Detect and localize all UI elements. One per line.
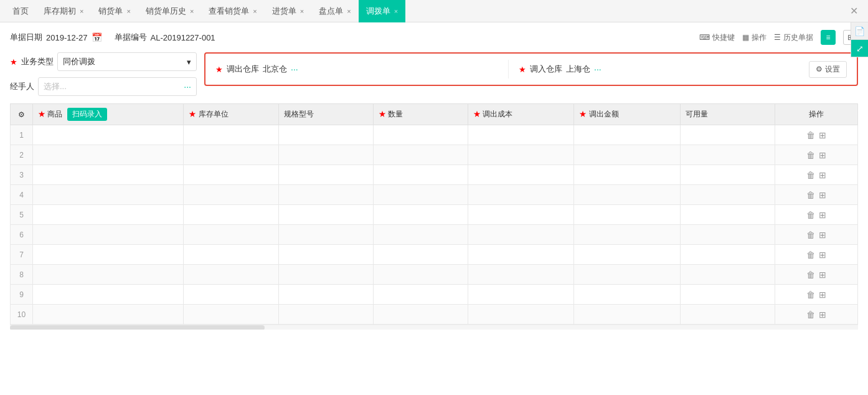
cell-product[interactable]	[33, 185, 184, 205]
delete-icon[interactable]: 🗑	[806, 130, 815, 140]
tab-sales-order[interactable]: 销货单 ×	[91, 0, 138, 22]
cell-available[interactable]	[681, 285, 775, 305]
copy-icon[interactable]: ⊞	[819, 230, 826, 240]
cell-unit[interactable]	[184, 145, 279, 165]
operations-button[interactable]: ▦ 操作	[742, 32, 767, 43]
tab-home[interactable]: 首页	[5, 0, 36, 22]
cell-available[interactable]	[681, 225, 775, 245]
list-view-button[interactable]: ≡	[821, 30, 836, 45]
delete-icon[interactable]: 🗑	[806, 250, 815, 260]
cell-amount[interactable]	[574, 305, 681, 325]
cell-available[interactable]	[681, 185, 775, 205]
close-tab-sales-history[interactable]: ×	[190, 7, 194, 15]
cell-amount[interactable]	[574, 205, 681, 225]
cell-spec[interactable]	[278, 145, 373, 165]
cell-available[interactable]	[681, 125, 775, 145]
close-tab-transfer-order[interactable]: ×	[394, 7, 398, 15]
calendar-icon[interactable]: 📅	[92, 32, 102, 42]
cell-cost[interactable]	[468, 145, 574, 165]
cell-unit[interactable]	[184, 265, 279, 285]
cell-cost[interactable]	[468, 245, 574, 265]
cell-product[interactable]	[33, 225, 184, 245]
scroll-bar[interactable]	[10, 325, 858, 330]
cell-available[interactable]	[681, 265, 775, 285]
cell-available[interactable]	[681, 145, 775, 165]
cell-unit[interactable]	[184, 225, 279, 245]
cell-product[interactable]	[33, 205, 184, 225]
cell-amount[interactable]	[574, 125, 681, 145]
copy-icon[interactable]: ⊞	[819, 150, 826, 160]
cell-spec[interactable]	[278, 265, 373, 285]
cell-product[interactable]	[33, 165, 184, 185]
cell-spec[interactable]	[278, 225, 373, 245]
cell-product[interactable]	[33, 145, 184, 165]
copy-icon[interactable]: ⊞	[819, 210, 826, 220]
delete-icon[interactable]: 🗑	[806, 310, 815, 320]
tab-view-sales[interactable]: 查看销货单 ×	[201, 0, 264, 22]
cell-qty[interactable]	[373, 165, 468, 185]
tab-inventory-init[interactable]: 库存期初 ×	[36, 0, 91, 22]
cell-qty[interactable]	[373, 185, 468, 205]
handler-dots[interactable]: ···	[184, 82, 191, 92]
copy-icon[interactable]: ⊞	[819, 190, 826, 200]
cell-spec[interactable]	[278, 125, 373, 145]
cell-cost[interactable]	[468, 185, 574, 205]
cell-qty[interactable]	[373, 125, 468, 145]
cell-amount[interactable]	[574, 165, 681, 185]
close-all-tabs[interactable]: ✕	[845, 5, 863, 17]
cell-available[interactable]	[681, 245, 775, 265]
cell-unit[interactable]	[184, 285, 279, 305]
cell-available[interactable]	[681, 305, 775, 325]
cell-qty[interactable]	[373, 205, 468, 225]
copy-icon[interactable]: ⊞	[819, 250, 826, 260]
close-tab-sales-order[interactable]: ×	[126, 7, 130, 15]
delete-icon[interactable]: 🗑	[806, 170, 815, 180]
copy-icon[interactable]: ⊞	[819, 290, 826, 300]
tab-transfer-order[interactable]: 调拨单 ×	[359, 0, 405, 22]
cell-unit[interactable]	[184, 165, 279, 185]
rt-expand-button[interactable]: ⤢	[851, 40, 869, 57]
cell-amount[interactable]	[574, 225, 681, 245]
cell-available[interactable]	[681, 165, 775, 185]
copy-icon[interactable]: ⊞	[819, 130, 826, 140]
cell-cost[interactable]	[468, 225, 574, 245]
handler-select[interactable]: 选择... ···	[38, 77, 197, 96]
th-gear[interactable]: ⚙	[11, 104, 33, 125]
cell-qty[interactable]	[373, 305, 468, 325]
cell-unit[interactable]	[184, 305, 279, 325]
cell-amount[interactable]	[574, 245, 681, 265]
copy-icon[interactable]: ⊞	[819, 270, 826, 280]
delete-icon[interactable]: 🗑	[806, 190, 815, 200]
cell-spec[interactable]	[278, 305, 373, 325]
cell-cost[interactable]	[468, 125, 574, 145]
cell-qty[interactable]	[373, 145, 468, 165]
tab-inventory-check[interactable]: 盘点单 ×	[311, 0, 358, 22]
business-type-select[interactable]: 同价调拨 ▾	[57, 52, 197, 71]
cell-spec[interactable]	[278, 285, 373, 305]
cell-cost[interactable]	[468, 305, 574, 325]
cell-spec[interactable]	[278, 245, 373, 265]
cell-spec[interactable]	[278, 185, 373, 205]
close-tab-inventory-init[interactable]: ×	[80, 7, 83, 15]
cell-unit[interactable]	[184, 245, 279, 265]
cell-product[interactable]	[33, 285, 184, 305]
settings-button[interactable]: ⚙ 设置	[809, 61, 847, 78]
cell-product[interactable]	[33, 305, 184, 325]
cell-product[interactable]	[33, 125, 184, 145]
cell-cost[interactable]	[468, 205, 574, 225]
cell-unit[interactable]	[184, 125, 279, 145]
delete-icon[interactable]: 🗑	[806, 210, 815, 220]
cell-product[interactable]	[33, 265, 184, 285]
cell-spec[interactable]	[278, 205, 373, 225]
scan-button[interactable]: 扫码录入	[67, 108, 107, 121]
cell-available[interactable]	[681, 205, 775, 225]
cell-product[interactable]	[33, 245, 184, 265]
cell-amount[interactable]	[574, 265, 681, 285]
cell-amount[interactable]	[574, 145, 681, 165]
close-tab-view-sales[interactable]: ×	[253, 7, 257, 15]
cell-qty[interactable]	[373, 225, 468, 245]
close-tab-inventory-check[interactable]: ×	[347, 7, 351, 15]
cell-spec[interactable]	[278, 165, 373, 185]
cell-cost[interactable]	[468, 265, 574, 285]
history-button[interactable]: ☰ 历史单据	[774, 32, 813, 43]
